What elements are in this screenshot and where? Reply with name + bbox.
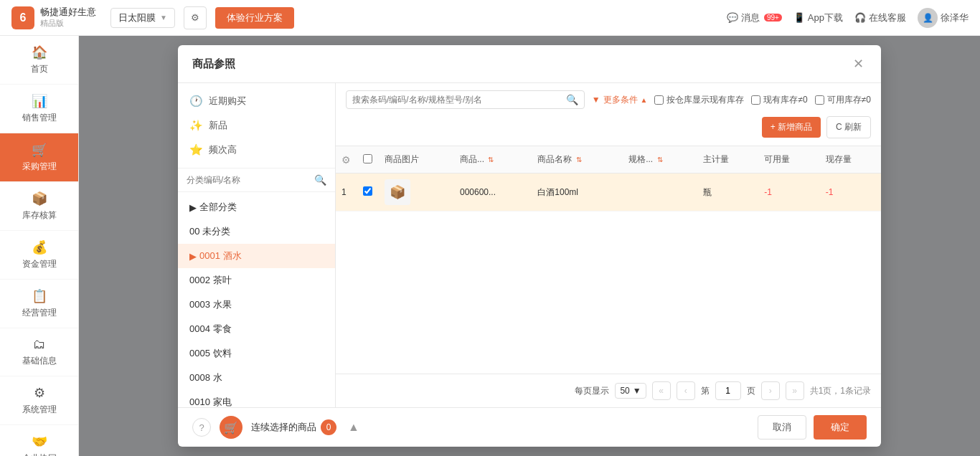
experience-button[interactable]: 体验行业方案 [215,7,294,29]
selected-label: 连续选择的商品 [251,421,316,434]
product-table-area: ⚙ 商品图片 [336,146,881,374]
category-0002[interactable]: 0002 茶叶 [178,268,335,293]
existing-stock-label[interactable]: 现有库存≠0 [751,94,807,106]
category-search-icon[interactable]: 🔍 [314,174,326,186]
basic-icon: 🗂 [33,337,46,352]
cancel-button[interactable]: 取消 [758,415,806,440]
filter-arrow: ▲ [641,96,648,104]
cart-button[interactable]: 🛒 [220,416,242,439]
add-product-button[interactable]: + 新增商品 [762,117,821,138]
col-unit[interactable]: 主计量 [697,146,758,174]
warehouse-filter-checkbox[interactable] [654,95,664,105]
sidebar-item-sales[interactable]: 📊 销售管理 [0,85,78,133]
app-download-button[interactable]: 📱 App下载 [793,11,843,24]
sidebar-label-system: 系统管理 [22,404,57,416]
user-menu[interactable]: 👤 徐泽华 [918,8,969,28]
per-page-arrow: ▼ [633,386,641,396]
prev-page-button[interactable]: ‹ [677,381,695,400]
page-label: 第 [701,385,710,397]
col-settings: ⚙ [336,146,357,174]
row-spec [623,174,697,212]
help-button[interactable]: ? [192,418,211,437]
page-unit: 页 [747,385,755,397]
product-search-box: 🔍 [346,90,585,109]
col-checkbox [357,146,379,174]
toolbar-right: + 新增商品 C 刷新 [762,116,871,138]
column-settings-icon[interactable]: ⚙ [341,154,351,166]
category-0008[interactable]: 0008 水 [178,366,335,390]
logo-area: 6 畅捷通好生意 精品版 [11,6,96,29]
toolbar: 🔍 ▼ 更多条件 ▲ 按仓库显示现有库存 [336,83,881,146]
collapse-footer-button[interactable]: ▲ [348,421,359,434]
online-service-button[interactable]: 🎧 在线客服 [854,11,906,24]
avatar: 👤 [918,8,938,28]
nav-right: 💬 消息 99+ 📱 App下载 🎧 在线客服 👤 徐泽华 [727,8,969,28]
enterprise-icon: 🤝 [32,434,47,450]
category-0004[interactable]: 0004 零食 [178,317,335,341]
category-0001[interactable]: ▶ 0001 酒水 [178,244,335,268]
last-page-button[interactable]: » [786,381,804,400]
category-0005[interactable]: 0005 饮料 [178,341,335,366]
row-img: 📦 [379,174,454,212]
warehouse-filter-label[interactable]: 按仓库显示现有库存 [654,94,744,106]
left-tab-new[interactable]: ✨ 新品 [178,113,335,138]
sidebar-item-system[interactable]: ⚙ 系统管理 [0,376,78,425]
col-spec[interactable]: 规格... ⇅ [623,146,697,174]
first-page-button[interactable]: « [652,381,671,400]
category-all[interactable]: ▶ 全部分类 [178,195,335,219]
select-all-checkbox[interactable] [363,154,372,163]
system-icon: ⚙ [34,385,45,401]
existing-stock-checkbox[interactable] [751,95,760,105]
product-search-input[interactable] [352,95,563,105]
messages-button[interactable]: 💬 消息 99+ [727,11,782,24]
per-page-select[interactable]: 50 ▼ [615,383,646,399]
available-stock-label[interactable]: 可用库存≠0 [815,94,871,106]
page-number-input[interactable] [715,381,741,400]
sidebar-item-home[interactable]: 🏠 首页 [0,36,78,85]
col-stock: 现存量 [820,146,881,174]
sidebar-item-inventory[interactable]: 📦 库存核算 [0,182,78,231]
sidebar-label-purchase: 采购管理 [22,161,57,173]
category-0002-label: 0002 茶叶 [189,274,232,287]
modal-close-button[interactable]: ✕ [849,55,867,72]
nav-selector[interactable]: 日太阳膜 ▼ [110,8,175,28]
product-image: 📦 [385,179,410,205]
available-stock-checkbox[interactable] [815,95,824,105]
sidebar-label-sales: 销售管理 [22,112,57,124]
sidebar-item-purchase[interactable]: 🛒 采购管理 [0,133,78,182]
refresh-button[interactable]: C 刷新 [826,116,871,138]
category-00[interactable]: 00 未分类 [178,219,335,244]
confirm-button[interactable]: 确定 [814,415,867,440]
sidebar: 🏠 首页 📊 销售管理 🛒 采购管理 📦 库存核算 💰 资金管理 📋 经营管理 … [0,36,79,456]
purchase-icon: 🛒 [32,142,47,158]
category-search-input[interactable] [187,175,310,185]
category-0010[interactable]: 0010 家电 [178,390,335,407]
row-name: 白酒100ml [532,174,623,212]
category-0010-label: 0010 家电 [189,396,232,407]
col-img: 商品图片 [379,146,454,174]
sidebar-item-basic[interactable]: 🗂 基础信息 [0,328,78,376]
next-page-button[interactable]: › [761,381,780,400]
row-select-checkbox[interactable] [363,186,372,196]
category-0003[interactable]: 0003 水果 [178,293,335,317]
footer-right: 取消 确定 [758,415,867,440]
inventory-icon: 📦 [32,191,47,206]
content-area: 商品参照 ✕ 🕐 近期购买 ✨ [79,36,980,456]
left-tab-frequent[interactable]: ⭐ 频次高 [178,138,335,162]
row-unit: 瓶 [697,174,758,212]
sidebar-item-finance[interactable]: 💰 资金管理 [0,231,78,280]
product-search-icon[interactable]: 🔍 [566,94,578,105]
settings-button[interactable]: ⚙ [184,6,207,29]
table-row[interactable]: 1 📦 000600... 白酒100ml [336,174,881,212]
pagination: 每页显示 50 ▼ « ‹ 第 页 › » 共1页 [336,374,881,407]
sidebar-item-operation[interactable]: 📋 经营管理 [0,280,78,328]
sidebar-item-enterprise[interactable]: 🤝 企业协同 [0,425,78,456]
row-index: 1 [336,174,357,212]
col-name[interactable]: 商品名称 ⇅ [532,146,623,174]
col-code[interactable]: 商品... ⇅ [454,146,532,174]
row-stock: -1 [820,174,881,212]
more-filter-button[interactable]: ▼ 更多条件 ▲ [592,94,648,106]
modal-header: 商品参照 ✕ [178,45,881,83]
left-tab-recent[interactable]: 🕐 近期购买 [178,89,335,113]
total-info: 共1页，1条记录 [810,385,871,397]
